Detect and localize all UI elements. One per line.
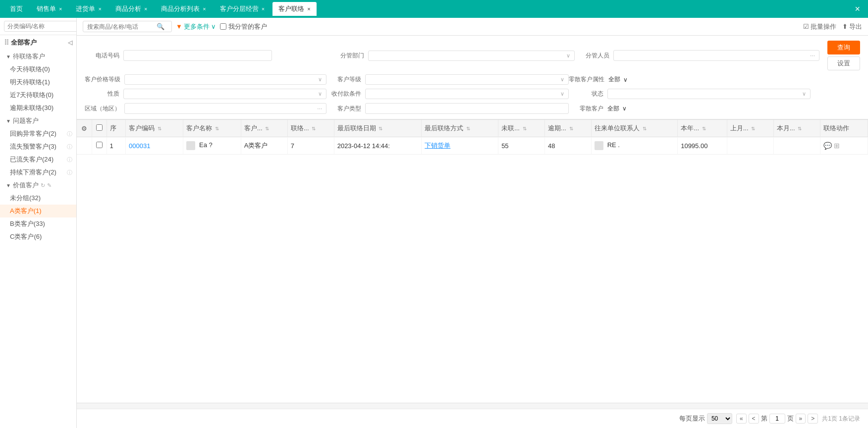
row-checkbox-cell[interactable] [92, 137, 107, 155]
sidebar-search-area: 🔍 [0, 18, 76, 35]
customer-level-label: 客户等级 [326, 75, 361, 84]
group-value-customers[interactable]: ▼ 价值客户 ↻ ✎ [0, 179, 76, 192]
not-contacted-col-header[interactable]: 未联... ⇅ [498, 120, 545, 137]
name-col-header[interactable]: 客户名称 ⇅ [183, 120, 241, 137]
nature-select[interactable]: ∨ [123, 89, 326, 99]
all-customers-header[interactable]: ⠿ 全部客户 ◁ [0, 35, 76, 50]
gear-col-header[interactable]: ⚙ [77, 120, 92, 137]
filter-row-4: 区域（地区） ··· 客户类型 零散客户 全部 ∨ [85, 103, 860, 114]
checkbox-col-header[interactable] [92, 120, 107, 137]
close-goods-analysis-tab[interactable]: × [144, 6, 147, 12]
this-month-col-header[interactable]: 本月... ⇅ [773, 120, 820, 137]
sidebar-item-a-class[interactable]: A类客户(1) [0, 205, 76, 217]
refresh-icon[interactable]: ↻ [41, 182, 45, 189]
select-all-checkbox[interactable] [96, 124, 103, 131]
page-size-select[interactable]: 50 100 200 [707, 413, 732, 424]
horizontal-scrollbar[interactable] [77, 403, 868, 409]
group-problem-customers[interactable]: ▼ 问题客户 [0, 114, 76, 127]
close-purchase-tab[interactable]: × [98, 6, 101, 12]
nav-item-home[interactable]: 首页 [4, 2, 29, 16]
export-btn[interactable]: ⬆ 导出 [842, 22, 862, 31]
toolbar-right: ☑ 批量操作 ⬆ 导出 [803, 22, 862, 31]
contact-count-col-header[interactable]: 联络... ⇅ [287, 120, 334, 137]
table-row: 1 000031 Ea ? A类客户 7 2023-04-12 14:44: 下… [77, 137, 868, 155]
region-select[interactable]: ··· [124, 103, 326, 114]
prev-page-btn[interactable]: < [749, 414, 759, 424]
sidebar-item-b-class[interactable]: B类客户(33) [0, 217, 76, 230]
region-dots[interactable]: ··· [317, 105, 322, 112]
edit-group-icon[interactable]: ✎ [47, 182, 52, 189]
grid-action-icon[interactable]: ⊞ [834, 142, 840, 150]
nav-item-customer-contact[interactable]: 客户联络 × [272, 2, 316, 16]
close-customer-segment-tab[interactable]: × [262, 6, 265, 12]
customer-level-select[interactable]: ∨ [365, 74, 568, 85]
price-level-select[interactable]: ∨ [124, 74, 326, 85]
row-checkbox[interactable] [96, 142, 103, 148]
sidebar-item-churned[interactable]: 已流失客户(24) ⓘ [0, 153, 76, 166]
this-year-col-header[interactable]: 本年... ⇅ [678, 120, 727, 137]
pagination: 每页显示 50 100 200 « < 第 页 » > 共1页 1条记录 [77, 409, 868, 428]
scrollbar-inner [77, 403, 868, 404]
sidebar-item-churn-warning[interactable]: 流失预警客户(3) ⓘ [0, 140, 76, 153]
nav-item-goods-analysis-list[interactable]: 商品分析列表 × [155, 2, 212, 16]
close-goods-list-tab[interactable]: × [203, 6, 206, 12]
status-select[interactable]: ∨ [607, 89, 811, 99]
setting-btn[interactable]: 设置 [827, 56, 860, 70]
unit-contact-col-header[interactable]: 往来单位联系人 ⇅ [592, 120, 678, 137]
overdue-col-header[interactable]: 逾期... ⇅ [545, 120, 592, 137]
person-select[interactable]: ··· [613, 50, 819, 61]
nav-item-purchase[interactable]: 进货单 × [70, 2, 107, 16]
close-sales-tab[interactable]: × [59, 6, 62, 12]
search-input[interactable] [87, 23, 157, 30]
close-customer-contact-tab[interactable]: × [307, 6, 310, 12]
query-btn[interactable]: 查询 [827, 41, 860, 54]
phone-input[interactable] [123, 50, 272, 61]
last-contact-type-cell[interactable]: 下销货单 [422, 137, 498, 155]
filter-more-btn[interactable]: ▼ 更多条件 ∨ [176, 22, 216, 31]
nav-item-goods-analysis[interactable]: 商品分析 × [109, 2, 153, 16]
group-pending-contact[interactable]: ▼ 待联络客户 [0, 50, 76, 63]
nav-item-customer-segment[interactable]: 客户分层经营 × [214, 2, 271, 16]
code-col-header[interactable]: 客户编码 ⇅ [125, 120, 183, 137]
filter-panel: 电话号码 分管部门 ∨ 分管人员 ··· [77, 36, 868, 119]
retail-attr-select[interactable]: 全部 ∨ [608, 75, 628, 84]
sidebar-item-declining[interactable]: 持续下滑客户(2) ⓘ [0, 166, 76, 179]
sidebar-item-overdue[interactable]: 逾期未联络(30) [0, 102, 76, 114]
retail-customer-select[interactable]: 全部 ∨ [607, 105, 627, 113]
last-contact-date-col-header[interactable]: 最后联络日期 ⇅ [334, 120, 422, 137]
sidebar-item-today[interactable]: 今天待联络(0) [0, 63, 76, 76]
my-customer-checkbox[interactable]: 我分管的客户 [220, 22, 267, 31]
code-cell[interactable]: 000031 [125, 137, 183, 155]
next-page-btn[interactable]: » [796, 414, 806, 424]
sidebar-item-c-class[interactable]: C类客户(6) [0, 230, 76, 243]
table-area: ⚙ 序 客户编码 ⇅ 客户名称 ⇅ [77, 119, 868, 403]
sidebar-item-ungrouped[interactable]: 未分组(32) [0, 192, 76, 205]
nav-item-sales[interactable]: 销售单 × [31, 2, 68, 16]
close-window-icon[interactable]: × [851, 4, 864, 14]
dept-select[interactable]: ∨ [368, 51, 574, 61]
unit-sort-icon: ⇅ [643, 126, 647, 131]
last-contact-type-col-header[interactable]: 最后联络方式 ⇅ [422, 120, 498, 137]
toolbar-search-icon[interactable]: 🔍 [157, 23, 164, 30]
chat-action-icon[interactable]: 💬 [823, 142, 832, 150]
sidebar-item-tomorrow[interactable]: 明天待联络(1) [0, 76, 76, 89]
contact-count-cell: 7 [287, 137, 334, 155]
payment-select[interactable]: ∨ [365, 89, 568, 99]
customer-type-input[interactable] [365, 103, 568, 114]
last-page-btn[interactable]: > [808, 414, 818, 424]
page-number-input[interactable] [769, 414, 785, 424]
batch-op-btn[interactable]: ☑ 批量操作 [803, 22, 836, 31]
my-customer-check[interactable] [220, 23, 226, 30]
nature-label: 性质 [85, 90, 119, 98]
payment-arrow: ∨ [560, 91, 564, 97]
payment-label: 收付款条件 [326, 90, 361, 98]
sidebar-item-week[interactable]: 近7天待联络(0) [0, 89, 76, 102]
collapse-sidebar-icon[interactable]: ◁ [68, 39, 72, 46]
level-col-header[interactable]: 客户... ⇅ [241, 120, 287, 137]
first-page-btn[interactable]: « [736, 414, 747, 424]
sidebar-search-input[interactable] [4, 21, 77, 32]
action-cell: 💬 ⊞ [820, 137, 868, 155]
last-month-col-header[interactable]: 上月... ⇅ [727, 120, 773, 137]
person-dots[interactable]: ··· [810, 52, 815, 59]
sidebar-item-repurchase-abnormal[interactable]: 回购异常客户(2) ⓘ [0, 127, 76, 140]
